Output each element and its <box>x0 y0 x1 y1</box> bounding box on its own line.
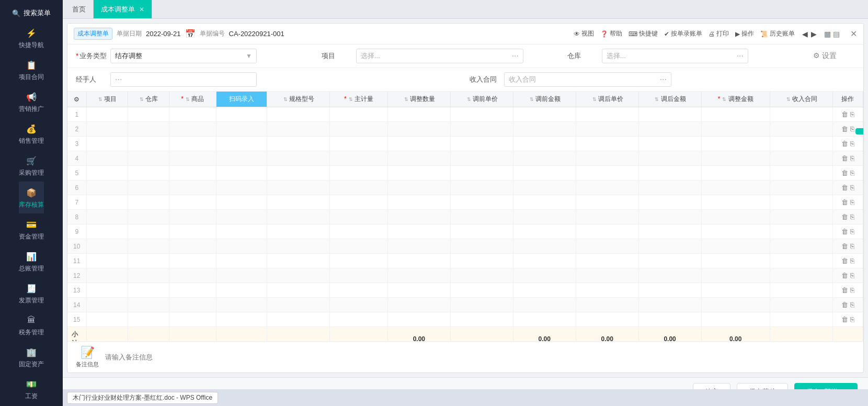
cell-product-12[interactable] <box>169 268 216 283</box>
income-contract-input[interactable]: 收入合同 ··· <box>504 72 671 87</box>
cell-adjust-amount-15[interactable] <box>701 312 770 327</box>
sidebar-item-project-contract[interactable]: 📋 项目合同 <box>19 54 44 86</box>
cell-adj-amount-12[interactable] <box>638 268 701 283</box>
doc-settings-icon[interactable]: ⚙ 设置 <box>813 51 837 61</box>
cell-warehouse-8[interactable] <box>128 210 169 224</box>
delete-icon-5[interactable]: 🗑 <box>841 169 848 177</box>
cell-adj-amount-13[interactable] <box>638 283 701 298</box>
cell-spec-3[interactable] <box>267 137 330 151</box>
cell-adjust-amount-6[interactable] <box>701 181 770 195</box>
action-view[interactable]: 👁 视图 <box>574 29 594 38</box>
cell-adj-qty-7[interactable] <box>387 195 450 210</box>
col-settings[interactable]: ⚙ <box>67 92 86 107</box>
cell-product-9[interactable] <box>169 224 216 239</box>
cell-scan-2[interactable] <box>216 122 267 137</box>
cell-unit-7[interactable] <box>330 195 388 210</box>
cell-project-7[interactable] <box>86 195 128 210</box>
copy-icon-15[interactable]: ⎘ <box>850 315 854 323</box>
cell-prev-amount-9[interactable] <box>513 224 576 239</box>
cell-prev-unit-price-5[interactable] <box>450 166 513 181</box>
cell-product-8[interactable] <box>169 210 216 224</box>
cell-scan-3[interactable] <box>216 137 267 151</box>
cell-warehouse-14[interactable] <box>128 298 169 312</box>
cell-project-2[interactable] <box>86 122 128 137</box>
cell-adj-amount-3[interactable] <box>638 137 701 151</box>
cell-spec-15[interactable] <box>267 312 330 327</box>
cell-prev-unit-price-6[interactable] <box>450 181 513 195</box>
cell-prev-amount-7[interactable] <box>513 195 576 210</box>
cell-spec-6[interactable] <box>267 181 330 195</box>
cell-prev-unit-price-3[interactable] <box>450 137 513 151</box>
cell-adj-unit-price-5[interactable] <box>576 166 638 181</box>
cell-warehouse-2[interactable] <box>128 122 169 137</box>
sidebar-item-invoice[interactable]: 🧾 发票管理 <box>19 277 44 309</box>
cell-unit-9[interactable] <box>330 224 388 239</box>
cell-adj-qty-6[interactable] <box>387 181 450 195</box>
note-input[interactable] <box>105 353 855 361</box>
cell-prev-amount-10[interactable] <box>513 239 576 254</box>
sidebar-item-quick-nav[interactable]: ⚡ 快捷导航 <box>19 22 44 54</box>
copy-icon-6[interactable]: ⎘ <box>850 184 854 191</box>
cell-product-15[interactable] <box>169 312 216 327</box>
cell-warehouse-4[interactable] <box>128 151 169 166</box>
delete-icon-8[interactable]: 🗑 <box>841 213 848 221</box>
cell-adjust-amount-14[interactable] <box>701 298 770 312</box>
cell-spec-11[interactable] <box>267 254 330 268</box>
cell-prev-amount-1[interactable] <box>513 107 576 122</box>
cell-adj-unit-price-4[interactable] <box>576 151 638 166</box>
cell-project-3[interactable] <box>86 137 128 151</box>
cell-product-1[interactable] <box>169 107 216 122</box>
cell-income-contract-9[interactable] <box>770 224 832 239</box>
cell-adjust-amount-4[interactable] <box>701 151 770 166</box>
cell-prev-amount-3[interactable] <box>513 137 576 151</box>
delete-icon-6[interactable]: 🗑 <box>841 184 848 191</box>
cell-adj-unit-price-11[interactable] <box>576 254 638 268</box>
delete-icon-7[interactable]: 🗑 <box>841 198 848 206</box>
cell-adj-qty-5[interactable] <box>387 166 450 181</box>
cell-unit-13[interactable] <box>330 283 388 298</box>
cell-scan-4[interactable] <box>216 151 267 166</box>
cell-scan-15[interactable] <box>216 312 267 327</box>
cell-adj-unit-price-13[interactable] <box>576 283 638 298</box>
taskbar-item[interactable]: 木门行业好业财处理方案-墨红红.doc - WPS Office <box>67 392 218 404</box>
sidebar-item-ledger[interactable]: 📊 总账管理 <box>19 245 44 277</box>
cell-spec-5[interactable] <box>267 166 330 181</box>
cell-adj-amount-9[interactable] <box>638 224 701 239</box>
cell-prev-amount-5[interactable] <box>513 166 576 181</box>
cell-adj-unit-price-7[interactable] <box>576 195 638 210</box>
cell-product-13[interactable] <box>169 283 216 298</box>
copy-icon-8[interactable]: ⎘ <box>850 213 854 221</box>
action-check[interactable]: ✔ 按单录账单 <box>664 29 702 38</box>
cell-prev-unit-price-10[interactable] <box>450 239 513 254</box>
cell-adj-qty-9[interactable] <box>387 224 450 239</box>
cell-adj-unit-price-8[interactable] <box>576 210 638 224</box>
cell-prev-amount-12[interactable] <box>513 268 576 283</box>
cell-adj-unit-price-15[interactable] <box>576 312 638 327</box>
cell-spec-10[interactable] <box>267 239 330 254</box>
cell-project-8[interactable] <box>86 210 128 224</box>
cell-product-6[interactable] <box>169 181 216 195</box>
cell-adj-qty-14[interactable] <box>387 298 450 312</box>
cell-income-contract-3[interactable] <box>770 137 832 151</box>
cell-income-contract-2[interactable] <box>770 122 832 137</box>
cell-adj-unit-price-14[interactable] <box>576 298 638 312</box>
sidebar-item-inventory[interactable]: 📦 库存核算 <box>19 182 44 213</box>
action-history[interactable]: 📜 历史账单 <box>760 29 795 38</box>
delete-icon-14[interactable]: 🗑 <box>841 301 848 309</box>
sidebar-search[interactable]: 🔍 搜索菜单 <box>0 4 63 22</box>
cell-adj-qty-3[interactable] <box>387 137 450 151</box>
cell-project-4[interactable] <box>86 151 128 166</box>
action-operate[interactable]: ▶ 操作 <box>735 29 754 38</box>
cell-adj-qty-2[interactable] <box>387 122 450 137</box>
cell-adj-amount-6[interactable] <box>638 181 701 195</box>
cell-product-5[interactable] <box>169 166 216 181</box>
cell-adjust-amount-13[interactable] <box>701 283 770 298</box>
cell-adj-amount-8[interactable] <box>638 210 701 224</box>
cell-prev-unit-price-9[interactable] <box>450 224 513 239</box>
cell-project-15[interactable] <box>86 312 128 327</box>
cell-unit-14[interactable] <box>330 298 388 312</box>
cell-unit-8[interactable] <box>330 210 388 224</box>
cell-spec-7[interactable] <box>267 195 330 210</box>
cell-adj-unit-price-10[interactable] <box>576 239 638 254</box>
cell-adjust-amount-7[interactable] <box>701 195 770 210</box>
